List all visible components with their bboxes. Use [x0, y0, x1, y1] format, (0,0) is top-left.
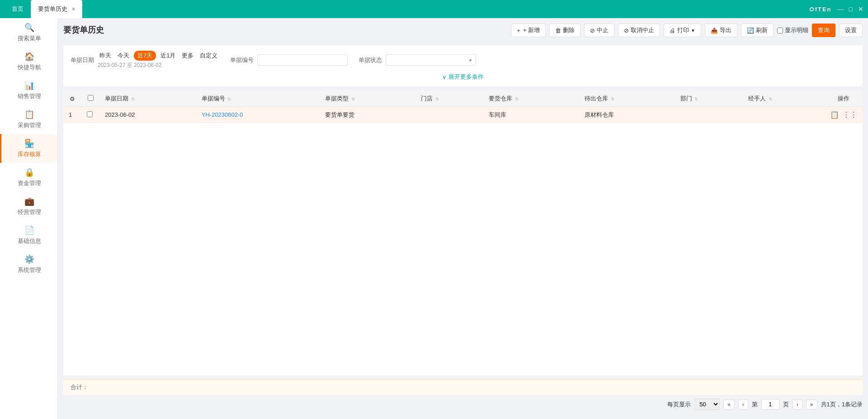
page-unit: 页 [783, 400, 789, 409]
content-header: 要货单历史 + + 新增 🗑 删除 ⊘ 中止 ⊘ 取消中止 [63, 24, 863, 41]
window-minimize[interactable]: — [837, 5, 844, 13]
expand-more-btn[interactable]: ∨ 展开更多条件 [71, 73, 855, 81]
toolbar: + + 新增 🗑 删除 ⊘ 中止 ⊘ 取消中止 🖨 打印 [511, 24, 863, 37]
date-today[interactable]: 今天 [116, 51, 131, 61]
first-page-btn[interactable]: « [723, 400, 735, 409]
plus-icon: + [517, 27, 520, 34]
stop-button[interactable]: ⊘ 中止 [584, 24, 614, 37]
window-close[interactable]: ✕ [858, 5, 863, 13]
page-size-label: 每页显示 [667, 400, 691, 409]
next-page-btn[interactable]: › [793, 400, 802, 409]
sidebar-item-quick-nav-label: 快捷导航 [18, 63, 41, 71]
sidebar-item-sales[interactable]: 📊 销售管理 [0, 76, 57, 105]
window-maximize[interactable]: □ [849, 5, 853, 13]
print-button[interactable]: 🖨 打印 ▼ [664, 24, 701, 37]
delete-icon: 🗑 [555, 27, 561, 34]
table-row: 1 2023-06-02 YH-20230602-0 要货单要货 车间库 原材料… [63, 107, 863, 123]
col-settings[interactable]: ⚙ [63, 91, 81, 107]
row-doc-link[interactable]: YH-20230602-0 [202, 111, 243, 118]
col-req-warehouse[interactable]: 要货仓库 ⇅ [483, 91, 579, 107]
date-more[interactable]: 更多 [180, 51, 195, 61]
row-doc-no[interactable]: YH-20230602-0 [196, 107, 320, 123]
query-button[interactable]: 查询 [812, 24, 835, 37]
page-input-label: 第 [752, 400, 758, 409]
last-page-btn[interactable]: » [806, 400, 817, 409]
total-info: 共1页，1条记录 [821, 400, 863, 409]
show-detail-checkbox-label[interactable]: 显示明细 [777, 26, 808, 34]
brand-logo: OfTEn [810, 5, 832, 13]
stop-icon: ⊘ [590, 27, 595, 34]
cancel-stop-button[interactable]: ⊘ 取消中止 [618, 24, 660, 37]
top-bar: 首页 要货单历史 × OfTEn — □ ✕ [0, 0, 868, 18]
tab-history[interactable]: 要货单历史 × [31, 0, 82, 18]
date-yesterday[interactable]: 昨天 [98, 51, 113, 61]
col-checkbox[interactable] [81, 91, 99, 107]
search-icon: 🔍 [24, 23, 34, 33]
briefcase-icon: 💼 [24, 196, 34, 206]
lock-icon: 🔒 [24, 167, 34, 177]
page-input[interactable] [761, 399, 779, 409]
table-header-row: ⚙ 单据日期 ⇅ 单据编号 ⇅ 单据类型 [63, 91, 863, 107]
sidebar-item-operations-label: 经营管理 [18, 208, 41, 216]
col-doc-no[interactable]: 单据编号 ⇅ [196, 91, 320, 107]
sort-date-icon: ⇅ [131, 96, 135, 101]
col-date[interactable]: 单据日期 ⇅ [99, 91, 196, 107]
sidebar-item-inventory[interactable]: 🏪 库存核算 [0, 134, 57, 163]
page-size-select[interactable]: 10 20 50 100 [694, 399, 720, 410]
status-filter: 单据状态 [359, 54, 476, 66]
sidebar-item-inventory-label: 库存核算 [18, 150, 41, 158]
date-shortcuts: 昨天 今天 近7天 近1月 更多 自定义 [98, 51, 219, 61]
sidebar-item-operations[interactable]: 💼 经营管理 [0, 192, 57, 221]
doc-no-input[interactable] [257, 54, 348, 66]
settings-button[interactable]: 设置 [839, 24, 863, 37]
date-1month[interactable]: 近1月 [159, 51, 177, 61]
prev-page-btn[interactable]: ‹ [738, 400, 748, 409]
row-more-icon[interactable]: ⋮⋮ [843, 110, 857, 119]
export-button[interactable]: 📤 导出 [705, 24, 737, 37]
sidebar-item-quick-nav[interactable]: 🏠 快捷导航 [0, 47, 57, 76]
refresh-button[interactable]: 🔄 刷新 [741, 24, 774, 37]
sort-handler-icon: ⇅ [769, 96, 772, 101]
col-out-warehouse[interactable]: 待出仓库 ⇅ [579, 91, 675, 107]
sidebar-item-system[interactable]: ⚙️ 系统管理 [0, 250, 57, 279]
row-handler [743, 107, 825, 123]
pagination-bar: 每页显示 10 20 50 100 « ‹ 第 页 › » 共1页，1条记录 [63, 395, 863, 414]
select-all-checkbox[interactable] [88, 95, 94, 101]
chevron-down-icon: ∨ [442, 74, 447, 81]
row-action: 📋 ⋮⋮ [825, 107, 863, 123]
row-index: 1 [63, 107, 81, 123]
store-icon: 🏪 [24, 138, 34, 148]
new-button[interactable]: + + 新增 [511, 24, 546, 37]
col-store[interactable]: 门店 ⇅ [415, 91, 483, 107]
row-checkbox[interactable] [87, 111, 93, 117]
sidebar-item-purchase[interactable]: 📋 采购管理 [0, 105, 57, 134]
delete-button[interactable]: 🗑 删除 [549, 24, 580, 37]
col-dept[interactable]: 部门 ⇅ [675, 91, 743, 107]
clipboard-icon: 📋 [24, 110, 34, 119]
col-handler[interactable]: 经手人 ⇅ [743, 91, 825, 107]
row-checkbox-cell[interactable] [81, 107, 99, 123]
sidebar-item-finance[interactable]: 🔒 资金管理 [0, 163, 57, 192]
sort-outwh-icon: ⇅ [611, 96, 614, 101]
tab-home[interactable]: 首页 [5, 0, 31, 18]
tab-history-label: 要货单历史 [38, 5, 67, 13]
row-store [415, 107, 483, 123]
sidebar-item-sales-label: 销售管理 [18, 92, 41, 100]
doc-no-filter: 单据编号 [230, 54, 348, 66]
date-7days[interactable]: 近7天 [134, 51, 156, 61]
date-range: 2023-05-27 至 2023-06-02 [98, 62, 219, 69]
date-filter: 单据日期 昨天 今天 近7天 近1月 更多 自定义 2023-05-27 至 2… [71, 51, 219, 69]
tab-history-close[interactable]: × [72, 6, 75, 12]
sidebar-item-search[interactable]: 🔍 搜索菜单 [0, 18, 57, 47]
table-container: ⚙ 单据日期 ⇅ 单据编号 ⇅ 单据类型 [63, 91, 863, 376]
col-type[interactable]: 单据类型 ⇅ [320, 91, 415, 107]
show-detail-checkbox[interactable] [777, 28, 783, 33]
main-layout: 🔍 搜索菜单 🏠 快捷导航 📊 销售管理 📋 采购管理 🏪 库存核算 🔒 资金管… [0, 18, 868, 419]
sidebar-item-basic[interactable]: 📄 基础信息 [0, 221, 57, 250]
status-select[interactable] [386, 54, 476, 66]
refresh-icon: 🔄 [747, 27, 754, 34]
sort-dept-icon: ⇅ [694, 96, 698, 101]
date-custom[interactable]: 自定义 [198, 51, 219, 61]
print-chevron-icon: ▼ [691, 28, 695, 33]
row-edit-icon[interactable]: 📋 [830, 110, 839, 119]
